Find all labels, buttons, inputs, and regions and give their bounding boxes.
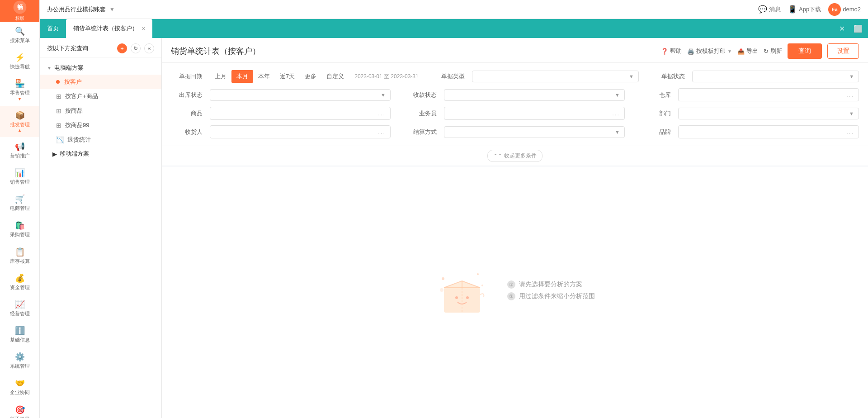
payment-select[interactable]: ▼ — [444, 89, 625, 101]
export-btn[interactable]: 📤 导出 — [737, 47, 758, 55]
date-tab-more[interactable]: 更多 — [300, 70, 321, 83]
sidebar-item-basic-label: 基础信息 — [10, 337, 30, 343]
brand-input[interactable]: ... — [678, 125, 859, 138]
return-stats-icon: 📉 — [56, 136, 64, 143]
settlement-select[interactable]: ▼ — [444, 126, 625, 138]
by-goods-icon: ⊞ — [56, 107, 61, 114]
sidebar-item-wholesale[interactable]: 📦 批发管理 ▲ — [0, 106, 39, 137]
salesperson-dots: ... — [612, 110, 620, 117]
sidebar-item-system[interactable]: ⚙️ 系统管理 — [0, 347, 39, 374]
sidebar-item-retail[interactable]: 🏪 零售管理 ▼ — [0, 74, 39, 105]
status-label: 单据状态 — [653, 72, 685, 81]
tree-item-by-goods[interactable]: ⊞ 按商品 — [40, 104, 161, 118]
search-icon: 🔍 — [15, 26, 25, 36]
department-control[interactable]: ▼ — [678, 108, 859, 119]
receiver-control[interactable]: ... — [210, 125, 391, 138]
sidebar-item-marketing[interactable]: 📢 营销推广 — [0, 137, 39, 163]
header-left: 办公用品行业模拟账套 ▼ — [47, 5, 115, 14]
help-icon: ❓ — [661, 48, 668, 55]
app-download-btn[interactable]: 📱 App下载 — [788, 5, 821, 14]
date-tab-custom[interactable]: 自定义 — [321, 70, 349, 83]
tree-group-mobile[interactable]: ▶ 移动端方案 — [40, 147, 161, 161]
payment-select-control[interactable]: ▼ — [444, 89, 625, 101]
collapse-panel-btn[interactable]: « — [144, 43, 154, 53]
status-select[interactable]: ▼ — [692, 71, 859, 82]
shipment-select-control[interactable]: ▼ — [210, 89, 391, 101]
tab-maximize-btn[interactable]: ⬜ — [852, 22, 864, 35]
refresh-btn[interactable]: ↻ 刷新 — [764, 47, 782, 55]
settlement-dropdown-icon: ▼ — [615, 129, 620, 135]
refresh-icon: ↻ — [764, 48, 769, 55]
operations-icon: 📈 — [15, 299, 25, 309]
svg-point-7 — [481, 285, 483, 286]
collapse-filters-btn[interactable]: ⌃⌃ 收起更多条件 — [487, 150, 542, 162]
brand-label: 品牌 — [639, 128, 671, 136]
collapse-label: 收起更多条件 — [504, 152, 537, 160]
settings-button[interactable]: 设置 — [827, 43, 859, 59]
message-btn[interactable]: 💬 消息 — [758, 5, 781, 14]
shipment-select[interactable]: ▼ — [210, 89, 391, 101]
sidebar-item-quick-nav[interactable]: ⚡ 快捷导航 — [0, 48, 39, 74]
date-tab-7days[interactable]: 近7天 — [275, 70, 300, 83]
tab-active-label: 销货单统计表（按客户） — [73, 24, 138, 33]
warehouse-input[interactable]: ... — [678, 88, 859, 101]
marketing-icon: 📢 — [15, 142, 25, 152]
sidebar-item-cooperation[interactable]: 🤝 企业协同 — [0, 374, 39, 400]
page-header-actions: ❓ 帮助 🖨️ 按模板打印 ▼ 📤 导出 ↻ 刷新 — [661, 43, 859, 59]
tree-item-goods-99[interactable]: ⊞ 按商品99 — [40, 118, 161, 133]
sidebar-item-sales[interactable]: 📊 销售管理 — [0, 163, 39, 190]
left-panel-title: 按以下方案查询 — [47, 44, 88, 52]
tree-item-customer-goods[interactable]: ⊞ 按客户+商品 — [40, 89, 161, 104]
page-title: 销货单统计表（按客户） — [171, 46, 260, 57]
sidebar-item-inventory[interactable]: 📋 库存核算 — [0, 242, 39, 269]
sidebar-item-ecommerce[interactable]: 🛒 电商管理 — [0, 190, 39, 216]
department-select[interactable]: ▼ — [678, 108, 859, 119]
tree-item-customer-goods-label: 按客户+商品 — [65, 92, 98, 100]
salesperson-control[interactable]: ... — [444, 107, 625, 120]
date-tab-last-month[interactable]: 上月 — [210, 70, 231, 83]
salesperson-input[interactable]: ... — [444, 107, 625, 120]
sidebar-item-basic[interactable]: ℹ️ 基础信息 — [0, 321, 39, 347]
help-btn[interactable]: ❓ 帮助 — [661, 47, 682, 55]
status-select-control[interactable]: ▼ — [692, 71, 859, 82]
goods-control[interactable]: ... — [210, 107, 391, 120]
sidebar-item-finance[interactable]: 💰 资金管理 — [0, 269, 39, 295]
settlement-control[interactable]: ▼ — [444, 126, 625, 138]
sidebar-item-operations[interactable]: 📈 经营管理 — [0, 295, 39, 321]
template-print-btn[interactable]: 🖨️ 按模板打印 ▼ — [687, 47, 732, 55]
date-tab-this-month[interactable]: 本月 — [231, 70, 253, 83]
date-label: 单据日期 — [171, 72, 203, 81]
sidebar-item-search[interactable]: 🔍 搜索菜单 — [0, 22, 39, 48]
goods-input[interactable]: ... — [210, 107, 391, 120]
date-filter: 上月 本月 本年 近7天 更多 自定义 2023-03-01 至 2023-03… — [210, 70, 419, 83]
brand-control[interactable]: ... — [678, 125, 859, 138]
header-dropdown-icon[interactable]: ▼ — [109, 6, 115, 13]
empty-hints: ① 请先选择要分析的方案 ② 用过滤条件来缩小分析范围 — [507, 280, 595, 304]
tree-item-return-stats[interactable]: 📉 退货统计 — [40, 133, 161, 147]
date-tab-this-year[interactable]: 本年 — [253, 70, 275, 83]
sidebar-item-marketing-label: 营销推广 — [10, 153, 30, 159]
sidebar-item-purchase[interactable]: 🛍️ 采购管理 — [0, 216, 39, 242]
receiver-input[interactable]: ... — [210, 125, 391, 138]
user-name: demo2 — [843, 6, 861, 13]
sidebar-logo[interactable]: 畅 标版 — [0, 0, 40, 22]
refresh-label: 刷新 — [770, 47, 782, 55]
tab-active[interactable]: 销货单统计表（按客户） × — [66, 19, 152, 38]
type-select[interactable]: ▼ — [472, 71, 639, 82]
tree-item-by-customer[interactable]: 按客户 — [40, 75, 161, 89]
tab-home[interactable]: 首页 — [40, 19, 66, 38]
add-scheme-btn[interactable]: + — [117, 43, 127, 53]
status-dropdown-icon: ▼ — [849, 74, 854, 79]
warehouse-control[interactable]: ... — [678, 88, 859, 101]
tab-close-btn[interactable]: × — [142, 25, 145, 32]
tree-group-desktop[interactable]: ▼ 电脑端方案 — [40, 61, 161, 75]
user-profile-btn[interactable]: Ea demo2 — [828, 3, 861, 16]
refresh-scheme-btn[interactable]: ↻ — [131, 43, 141, 53]
hint-text-2: 用过滤条件来缩小分析范围 — [519, 292, 595, 300]
shipment-dropdown-icon: ▼ — [381, 92, 386, 98]
query-button[interactable]: 查询 — [788, 43, 822, 59]
sidebar-item-guide[interactable]: 🎯 新手引导 — [0, 400, 39, 418]
right-panel: 销货单统计表（按客户） ❓ 帮助 🖨️ 按模板打印 ▼ 📤 导出 — [162, 38, 868, 418]
type-select-control[interactable]: ▼ — [472, 71, 639, 82]
tab-close-window-btn[interactable]: ✕ — [835, 22, 848, 35]
